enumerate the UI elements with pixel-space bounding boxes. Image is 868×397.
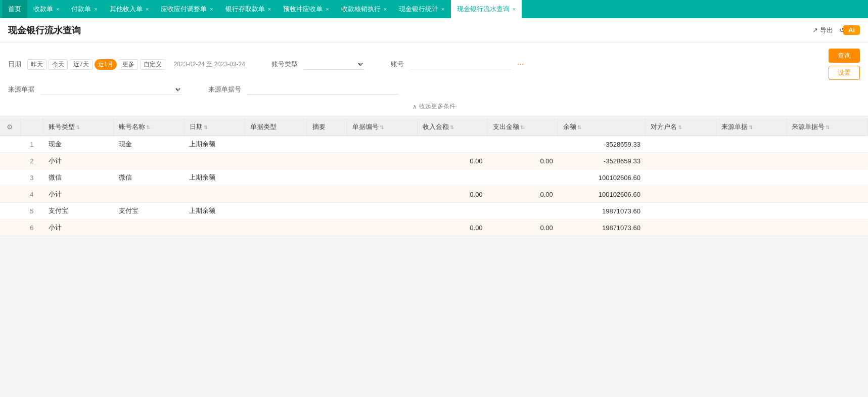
nav-tab-付款单[interactable]: 付款单× [65,0,103,18]
cell-doc-type [245,186,307,203]
nav-tab-应收应付调整单[interactable]: 应收应付调整单× [155,0,219,18]
export-button[interactable]: ↗ 导出 [812,26,833,35]
source-doc-select-wrapper [40,84,182,95]
date-btn-more[interactable]: 更多 [119,59,138,70]
account-input[interactable] [410,59,511,69]
nav-tab-收款核销执行[interactable]: 收款核销执行× [335,0,393,18]
col-source-doc-no[interactable]: 来源单据号⇅ [786,118,867,136]
cell-summary [307,203,347,219]
cell-source-doc-no [786,153,867,169]
cell-summary [307,169,347,186]
table-header-row: ⚙ 账号类型⇅ 账号名称⇅ 日期⇅ 单据类型 摘要 单据编号⇅ 收入金额⇅ 支出… [0,118,868,136]
date-buttons: 昨天 今天 近7天 近1月 更多 自定义 [27,59,165,70]
cell-summary [307,219,347,236]
cell-income: 0.00 [417,219,487,236]
col-account-name[interactable]: 账号名称⇅ [114,118,184,136]
filter-area: 日期 昨天 今天 近7天 近1月 更多 自定义 2023-02-24 至 202… [0,42,868,116]
date-btn-yesterday[interactable]: 昨天 [27,59,47,70]
close-tab-icon[interactable]: × [94,6,97,12]
cell-counterparty [646,186,716,203]
filter-action-buttons: 查询 设置 [829,49,860,80]
cell-source-doc [716,203,786,219]
close-tab-icon[interactable]: × [146,6,149,12]
close-tab-icon[interactable]: × [326,6,329,12]
sort-icon-doc-no: ⇅ [380,124,384,130]
page-header: 现金银行流水查询 ↗ 导出 ↺ 刷新 [0,18,868,42]
table-row: 1 现金 现金 上期余额 -3528659.33 [0,136,868,153]
cell-doc-no [347,219,417,236]
date-btn-7days[interactable]: 近7天 [70,59,93,70]
nav-tab-首页[interactable]: 首页 [2,0,27,18]
col-income[interactable]: 收入金额⇅ [417,118,487,136]
cell-idx: 1 [20,136,43,153]
cell-counterparty [646,169,716,186]
account-ellipsis[interactable]: ··· [517,60,524,69]
data-table: ⚙ 账号类型⇅ 账号名称⇅ 日期⇅ 单据类型 摘要 单据编号⇅ 收入金额⇅ 支出… [0,118,868,236]
cell-doc-type [245,169,307,186]
account-type-select-wrapper: 现金 微信 支付宝 [304,59,364,70]
col-balance[interactable]: 余额⇅ [558,118,646,136]
export-icon: ↗ [812,26,818,34]
cell-account-name: 现金 [114,136,184,153]
date-btn-today[interactable]: 今天 [49,59,68,70]
cell-date: 上期余额 [184,136,245,153]
close-tab-icon[interactable]: × [56,6,59,12]
source-doc-no-input[interactable] [247,84,399,95]
cell-account-type: 小计 [43,153,114,169]
page-title: 现金银行流水查询 [8,24,81,36]
col-counterparty[interactable]: 对方户名⇅ [646,118,716,136]
source-doc-select[interactable] [40,84,182,95]
col-doc-no[interactable]: 单据编号⇅ [347,118,417,136]
col-expense[interactable]: 支出金额⇅ [488,118,558,136]
nav-tab-其他收入单[interactable]: 其他收入单× [104,0,155,18]
filter-row-1: 日期 昨天 今天 近7天 近1月 更多 自定义 2023-02-24 至 202… [8,49,860,80]
close-tab-icon[interactable]: × [268,6,271,12]
cell-source-doc-no [786,219,867,236]
nav-tab-预收冲应收单[interactable]: 预收冲应收单× [277,0,335,18]
col-doc-type: 单据类型 [245,118,307,136]
close-tab-icon[interactable]: × [384,6,387,12]
sort-icon-account-type: ⇅ [76,124,80,130]
date-btn-custom[interactable]: 自定义 [140,59,165,70]
account-label: 账号 [391,60,404,69]
top-nav: 首页收款单×付款单×其他收入单×应收应付调整单×银行存取款单×预收冲应收单×收款… [0,0,868,18]
nav-tab-银行存取款单[interactable]: 银行存取款单× [219,0,277,18]
col-account-type[interactable]: 账号类型⇅ [43,118,114,136]
date-btn-1month[interactable]: 近1月 [95,59,117,70]
cell-source-doc-no [786,203,867,219]
account-type-label: 账号类型 [271,60,298,69]
col-gear[interactable]: ⚙ [0,118,20,136]
query-button[interactable]: 查询 [829,49,860,63]
gear-icon[interactable]: ⚙ [7,123,13,131]
collapse-button[interactable]: ∧ 收起更多条件 [413,102,455,111]
nav-tab-现金银行统计[interactable]: 现金银行统计× [393,0,450,18]
date-range: 2023-02-24 至 2023-03-24 [173,60,245,69]
close-tab-icon[interactable]: × [210,6,213,12]
account-type-select[interactable]: 现金 微信 支付宝 [304,59,364,70]
nav-tab-收款单[interactable]: 收款单× [27,0,65,18]
cell-idx: 5 [20,203,43,219]
cell-account-type: 现金 [43,136,114,153]
cell-counterparty [646,219,716,236]
nav-tab-现金银行流水查询[interactable]: 现金银行流水查询× [451,0,522,18]
settings-button[interactable]: 设置 [829,66,860,80]
cell-doc-no [347,203,417,219]
col-source-doc[interactable]: 来源单据⇅ [716,118,786,136]
col-summary: 摘要 [307,118,347,136]
cell-counterparty [646,203,716,219]
close-tab-icon[interactable]: × [441,6,444,12]
sort-icon-account-name: ⇅ [146,124,150,130]
cell-income: 0.00 [417,153,487,169]
cell-source-doc-no [786,169,867,186]
cell-date: 上期余额 [184,203,245,219]
cell-balance: 100102606.60 [558,186,646,203]
table-row: 4 小计 0.00 0.00 100102606.60 [0,186,868,203]
col-date[interactable]: 日期⇅ [184,118,245,136]
cell-gear [0,153,20,169]
cell-expense: 0.00 [488,219,558,236]
cell-account-type: 小计 [43,186,114,203]
cell-account-name: 支付宝 [114,203,184,219]
sort-icon-expense: ⇅ [520,124,524,130]
ai-badge[interactable]: Ai [843,25,860,35]
close-tab-icon[interactable]: × [513,6,516,12]
